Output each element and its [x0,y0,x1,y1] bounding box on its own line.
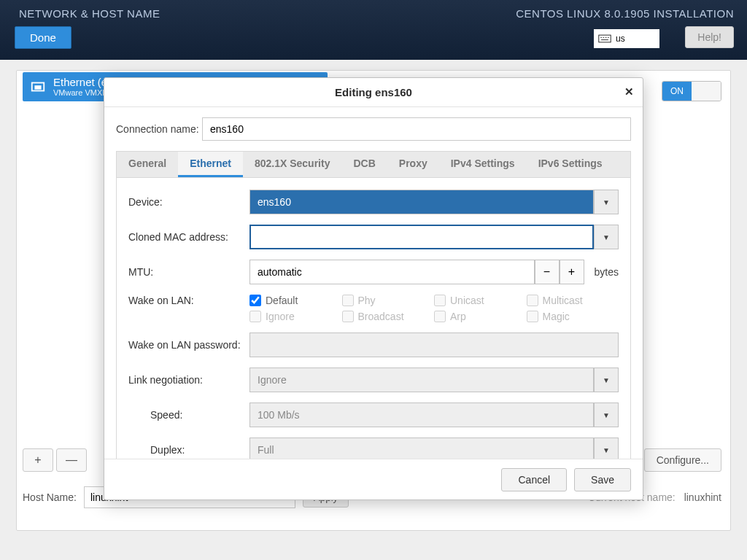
wol-password-input [249,332,619,357]
chevron-down-icon: ▼ [594,438,619,459]
configure-button[interactable]: Configure... [644,448,721,472]
add-interface-button[interactable]: + [23,448,53,472]
interface-toggle[interactable]: ON [662,81,721,101]
chevron-down-icon[interactable]: ▼ [594,368,619,392]
chevron-down-icon: ▼ [594,402,619,427]
chevron-down-icon[interactable]: ▼ [594,190,619,214]
svg-rect-7 [34,85,41,90]
wol-default[interactable]: Default [249,295,342,306]
dialog-titlebar: Editing ens160 ✕ [104,78,643,107]
tab-8021x[interactable]: 802.1X Security [243,152,342,177]
wol-arp: Arp [434,311,527,322]
mtu-decrement-button[interactable]: − [535,260,560,284]
mtu-label: MTU: [128,266,249,278]
tab-ipv6[interactable]: IPv6 Settings [527,152,614,177]
duplex-combo: Full ▼ [249,438,619,459]
save-button[interactable]: Save [574,468,631,491]
tab-ethernet[interactable]: Ethernet [178,152,243,177]
cloned-mac-input[interactable] [249,225,594,249]
remove-interface-button[interactable]: — [56,448,87,472]
cloned-mac-label: Cloned MAC address: [128,231,249,243]
help-button[interactable]: Help! [685,26,734,48]
tab-ipv4[interactable]: IPv4 Settings [439,152,527,177]
keyboard-indicator[interactable]: us [594,29,659,48]
cancel-button[interactable]: Cancel [501,468,567,491]
toggle-slider [692,82,721,101]
mtu-unit: bytes [595,266,619,278]
svg-rect-0 [599,35,611,42]
wol-ignore: Ignore [249,311,342,322]
wol-unicast: Unicast [434,295,527,306]
tabs: General Ethernet 802.1X Security DCB Pro… [116,151,631,177]
tab-dcb[interactable]: DCB [341,152,387,177]
current-hostname-value: linuxhint [684,491,721,503]
close-icon[interactable]: ✕ [624,85,634,98]
connection-name-input[interactable] [202,117,631,141]
toggle-on-label: ON [662,82,692,101]
dialog-title: Editing ens160 [335,86,412,98]
mtu-increment-button[interactable]: + [560,260,584,284]
device-value: ens160 [249,190,594,214]
ethernet-icon [30,79,46,95]
device-combo[interactable]: ens160 ▼ [249,190,619,214]
wol-label: Wake on LAN: [128,295,249,306]
cloned-mac-combo[interactable]: ▼ [249,225,619,249]
install-title: CENTOS LINUX 8.0.1905 INSTALLATION [516,7,734,20]
mtu-spinner[interactable]: automatic − + [249,260,584,284]
wol-multicast: Multicast [527,295,619,306]
wol-broadcast: Broadcast [342,311,435,322]
hostname-label: Host Name: [23,491,77,503]
ethernet-tabpage: Device: ens160 ▼ Cloned MAC address: ▼ [116,177,631,459]
keyboard-layout: us [616,34,625,44]
tab-general[interactable]: General [117,152,178,177]
speed-combo: 100 Mb/s ▼ [249,402,619,427]
device-label: Device: [128,196,249,208]
speed-label: Speed: [128,409,249,421]
duplex-label: Duplex: [128,444,249,456]
edit-connection-dialog: Editing ens160 ✕ Connection name: Genera… [104,77,643,500]
speed-value: 100 Mb/s [249,402,594,427]
link-negotiation-value: Ignore [249,368,594,392]
link-negotiation-label: Link negotiation: [128,374,249,386]
wol-password-label: Wake on LAN password: [128,339,249,351]
duplex-value: Full [249,438,594,459]
connection-name-label: Connection name: [116,123,202,135]
installer-header: NETWORK & HOST NAME CENTOS LINUX 8.0.190… [0,0,747,60]
wol-magic: Magic [527,311,619,322]
link-negotiation-combo[interactable]: Ignore ▼ [249,368,619,392]
mtu-value: automatic [249,260,535,284]
wol-phy: Phy [342,295,435,306]
chevron-down-icon[interactable]: ▼ [594,225,619,249]
keyboard-icon [598,34,611,43]
tab-proxy[interactable]: Proxy [387,152,439,177]
page-title: NETWORK & HOST NAME [19,7,160,20]
done-button[interactable]: Done [15,26,71,49]
